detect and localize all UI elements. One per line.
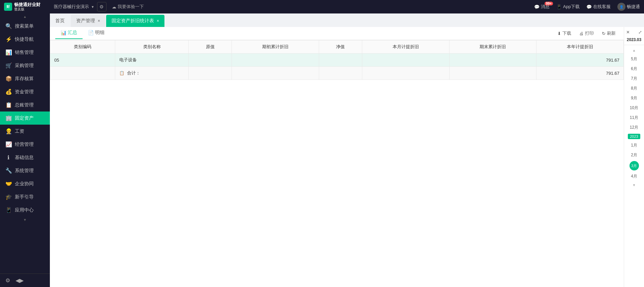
basic-info-icon: ℹ [5, 154, 11, 161]
user-avatar[interactable]: 👤 畅捷通 [617, 3, 640, 11]
company-chevron-icon: ▼ [91, 5, 94, 9]
table-row[interactable]: 05 电子设备 791.67 [50, 54, 624, 67]
sidebar-item-collaboration[interactable]: 🤝 企业协同 [0, 177, 50, 190]
scroll-up-icon[interactable]: ▲ [631, 47, 638, 53]
main-layout: ▲ 🔍 搜索菜单 ⚡ 快捷导航 📊 销售管理 🛒 采购管理 📦 库存核算 💰 资… [0, 13, 644, 287]
refresh-button[interactable]: ↻ 刷新 [599, 29, 618, 38]
sidebar-item-basic-info-label: 基础信息 [15, 155, 34, 161]
payroll-icon: 👷 [5, 128, 11, 134]
month-5[interactable]: 5月 [624, 54, 644, 64]
sidebar-collapse-icon[interactable]: ◀▶ [16, 277, 24, 284]
col-code: 类别编码 [50, 40, 115, 54]
logo-text: 畅捷通好业财 普及版 [14, 2, 40, 11]
sidebar-item-collaboration-label: 企业协同 [15, 181, 34, 187]
company-settings-button[interactable]: ⚙ [97, 2, 106, 11]
month-10[interactable]: 10月 [624, 103, 644, 113]
download-button[interactable]: ⬇ 下载 [555, 29, 574, 38]
close-icon[interactable]: ✕ [626, 30, 630, 35]
month-11-label: 11月 [628, 114, 640, 122]
refresh-icon: ↻ [602, 31, 606, 36]
sidebar-item-sales[interactable]: 📊 销售管理 [0, 46, 50, 59]
sidebar-item-purchase[interactable]: 🛒 采购管理 [0, 59, 50, 72]
cell-code: 05 [50, 54, 115, 67]
print-button[interactable]: 🖨 打印 [577, 29, 596, 38]
sidebar-item-fixed-assets[interactable]: 🏢 固定资产 [0, 111, 50, 125]
app-download-button[interactable]: 📱 App下载 [556, 4, 580, 10]
month-3-label: 3月 [630, 161, 639, 170]
month-12[interactable]: 12月 [624, 123, 644, 132]
cell-ending-accumulated [449, 54, 536, 67]
sidebar-item-basic-info[interactable]: ℹ 基础信息 [0, 151, 50, 164]
tab-depreciation-table[interactable]: 固定资产折旧统计表 × [106, 15, 164, 27]
month-1[interactable]: 1月 [624, 140, 644, 150]
col-name: 类别名称 [115, 40, 189, 54]
sub-tab-summary[interactable]: 📊 汇总 [55, 28, 83, 39]
print-label: 打印 [585, 30, 594, 36]
detail-tab-icon: 📄 [88, 30, 94, 35]
sidebar-item-inventory[interactable]: 📦 库存核算 [0, 72, 50, 85]
logo-main: 畅捷通好业财 [14, 2, 40, 7]
collaboration-icon: 🤝 [5, 181, 11, 187]
year-2023-tag[interactable]: 2023 [628, 134, 640, 139]
experience-button[interactable]: ☁ 我要体验一下 [112, 4, 144, 10]
sidebar-settings-icon[interactable]: ⚙ [5, 277, 10, 284]
month-3-active[interactable]: 3月 [624, 160, 644, 171]
sub-tab-summary-label: 汇总 [68, 30, 77, 36]
sidebar-item-system[interactable]: 🔧 系统管理 [0, 164, 50, 177]
scroll-down-row: ▼ [624, 181, 644, 189]
system-icon: 🔧 [5, 167, 11, 174]
sidebar-item-quick-nav[interactable]: ⚡ 快捷导航 [0, 33, 50, 46]
sidebar-scroll-up[interactable]: ▲ [0, 13, 50, 20]
month-11[interactable]: 11月 [624, 113, 644, 123]
sidebar-item-app-center[interactable]: 📱 应用中心 [0, 203, 50, 217]
sidebar-item-system-label: 系统管理 [15, 168, 34, 174]
month-4[interactable]: 4月 [624, 171, 644, 181]
col-ending-accumulated: 期末累计折旧 [449, 40, 536, 54]
month-9[interactable]: 9月 [624, 93, 644, 103]
cell-original-value [188, 54, 232, 67]
year-2023-section: 2023 [624, 132, 644, 140]
sidebar-item-finance-label: 资金管理 [15, 89, 34, 95]
sidebar-item-guide-label: 新手引导 [15, 194, 34, 200]
tab-asset-mgmt-close-icon[interactable]: × [98, 19, 100, 23]
finance-icon: 💰 [5, 89, 11, 95]
tab-depreciation-close-icon[interactable]: × [157, 19, 159, 23]
month-2[interactable]: 2月 [624, 150, 644, 160]
sub-tab-detail[interactable]: 📄 明细 [83, 28, 110, 39]
col-monthly-depreciation: 本月计提折旧 [362, 40, 449, 54]
sidebar-item-operations-label: 经营管理 [15, 141, 34, 148]
tab-home[interactable]: 首页 [50, 15, 70, 27]
summary-expand-icon[interactable]: 📋 [119, 71, 124, 75]
sidebar-item-quick-nav-label: 快捷导航 [15, 36, 34, 42]
customer-service-button[interactable]: 💬 在线客服 [586, 4, 611, 10]
month-6[interactable]: 6月 [624, 64, 644, 74]
company-selector[interactable]: 医疗器械行业演示 ▼ [54, 4, 94, 10]
summary-original-value [188, 67, 232, 80]
sidebar-scroll-down[interactable]: ▼ [0, 217, 50, 223]
sidebar-item-ledger-label: 总账管理 [15, 102, 34, 108]
month-8[interactable]: 8月 [624, 84, 644, 93]
col-annual-depreciation: 本年计提折旧 [536, 40, 624, 54]
summary-annual-depreciation: 791.67 [536, 67, 624, 80]
scroll-down-icon[interactable]: ▼ [631, 182, 638, 188]
sidebar-item-payroll[interactable]: 👷 工资 [0, 125, 50, 138]
content-area: 首页 资产管理 × 固定资产折旧统计表 × 📊 汇总 [50, 13, 644, 287]
sidebar-item-inventory-label: 库存核算 [15, 76, 34, 82]
sidebar-item-search[interactable]: 🔍 搜索菜单 [0, 20, 50, 33]
summary-empty [50, 67, 115, 80]
sidebar-item-operations[interactable]: 📈 经营管理 [0, 138, 50, 151]
sidebar-item-guide[interactable]: 🎓 新手引导 [0, 190, 50, 203]
top-bar: 财 畅捷通好业财 普及版 医疗器械行业演示 ▼ ⚙ ☁ 我要体验一下 💬 消息 … [0, 0, 644, 13]
month-4-label: 4月 [629, 172, 639, 180]
app-center-icon: 📱 [5, 207, 11, 213]
right-panel: ✕ ⤢ 2023.03 ▲ 5月 6月 7月 [624, 27, 644, 287]
logo-icon: 财 [4, 3, 12, 11]
month-7[interactable]: 7月 [624, 74, 644, 84]
guide-icon: 🎓 [5, 194, 11, 200]
expand-icon[interactable]: ⤢ [638, 30, 642, 35]
sidebar-item-finance[interactable]: 💰 资金管理 [0, 85, 50, 98]
message-button[interactable]: 💬 消息 99+ [534, 4, 550, 10]
summary-label-text: 合计： [127, 70, 140, 75]
sidebar-item-ledger[interactable]: 📋 总账管理 [0, 98, 50, 111]
tab-asset-mgmt[interactable]: 资产管理 × [71, 15, 105, 27]
